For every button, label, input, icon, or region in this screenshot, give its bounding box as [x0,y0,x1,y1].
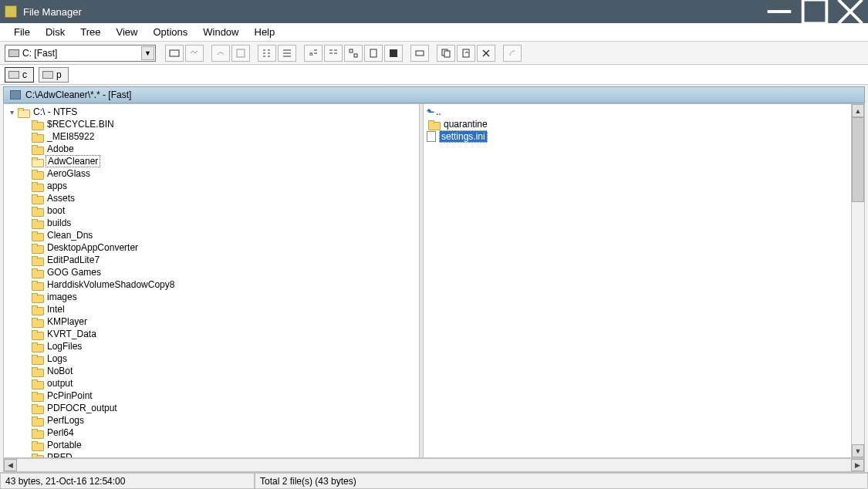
toolbar-btn-10[interactable] [364,45,383,62]
tree-item[interactable]: EditPadLite7 [4,254,419,266]
drive-tab-c[interactable]: c [5,67,34,83]
list-folder[interactable]: quarantine [427,118,848,130]
tree-item[interactable]: PDFOCR_output [4,402,419,414]
toolbar-btn-7[interactable]: a [304,45,323,62]
tree-item[interactable]: images [4,291,419,303]
tree-pane[interactable]: ▾C:\ - NTFS$RECYCLE.BIN_MEI85922AdobeAdw… [4,104,419,457]
svg-rect-1 [803,0,827,23]
scroll-up-icon[interactable]: ▲ [852,104,864,117]
tree-item[interactable]: Adobe [4,143,419,155]
tree-item-label: NoBot [46,366,74,376]
svg-rect-22 [350,49,353,52]
toolbar-btn-12[interactable] [410,45,429,62]
tree-item-label: builds [46,218,73,228]
toolbar-move-button[interactable] [457,45,475,62]
toolbar-btn-2[interactable] [185,45,204,62]
scroll-left-icon[interactable]: ◀ [4,459,17,471]
menu-disk[interactable]: Disk [38,25,73,39]
tree-item-label: GOG Games [46,267,103,278]
toolbar-btn-9[interactable] [344,45,363,62]
scroll-down-icon[interactable]: ▼ [852,444,864,457]
tree-root[interactable]: ▾C:\ - NTFS [4,106,419,118]
tree-item-label: Perl64 [46,427,76,438]
menu-window[interactable]: Window [195,25,246,39]
tree-item-label: Portable [46,440,83,450]
tree-item[interactable]: DesktopAppConverter [4,241,419,254]
menu-help[interactable]: Help [247,25,283,39]
toolbar-btn-last[interactable] [503,45,522,62]
menu-view[interactable]: View [108,25,145,39]
list-pane[interactable]: ⬑..quarantinesettings.ini [424,104,851,457]
list-updir[interactable]: ⬑.. [427,106,848,118]
folder-icon [32,355,42,363]
tree-item[interactable]: PRFD [4,451,419,457]
tree-item-label: LogFiles [46,341,83,352]
tree-item[interactable]: boot [4,204,419,217]
menu-file[interactable]: File [6,25,38,39]
folder-icon [32,367,42,376]
toolbar-btn-8[interactable] [324,45,343,62]
folder-icon [32,145,42,153]
tree-item[interactable]: Intel [4,303,419,315]
tree-item[interactable]: Assets [4,192,419,204]
list-file[interactable]: settings.ini [427,130,848,143]
menu-tree[interactable]: Tree [73,25,108,39]
toolbar-copy-button[interactable] [437,45,455,62]
toolbar-btn-5[interactable] [258,45,276,62]
toolbar-btn-4[interactable] [231,45,250,62]
toolbar-btn-3[interactable] [211,45,230,62]
scroll-thumb[interactable] [852,117,864,202]
drive-tab-p[interactable]: p [39,67,69,83]
tree-item[interactable]: Perl64 [4,427,419,439]
drive-combo[interactable]: C: [Fast] ▼ [5,45,156,62]
file-icon [427,131,436,142]
tree-item[interactable]: apps [4,180,419,192]
tree-item[interactable]: _MEI85922 [4,130,419,143]
tree-item[interactable]: Clean_Dns [4,229,419,241]
maximize-button[interactable] [797,0,833,23]
folder-icon [32,170,42,178]
tree-item[interactable]: AeroGlass [4,167,419,180]
tree-item[interactable]: $RECYCLE.BIN [4,118,419,130]
tree-item-label: output [46,378,74,389]
tree-item[interactable]: GOG Games [4,266,419,278]
toolbar-delete-button[interactable] [477,45,495,62]
folder-icon [32,404,42,413]
svg-rect-24 [370,49,377,57]
tree-item[interactable]: PerfLogs [4,414,419,427]
folder-icon [32,330,42,339]
tree-item[interactable]: Logs [4,352,419,365]
combo-arrow-icon[interactable]: ▼ [141,46,154,60]
toolbar-btn-11[interactable] [384,45,403,62]
folder-icon [32,244,42,252]
folder-icon [32,268,42,277]
tree-item[interactable]: AdwCleaner [4,155,419,167]
toolbar-btn-1[interactable] [165,45,184,62]
tree-item[interactable]: KVRT_Data [4,328,419,340]
tree-item[interactable]: HarddiskVolumeShadowCopy8 [4,278,419,291]
toolbar-btn-6[interactable] [278,45,296,62]
tree-item[interactable]: KMPlayer [4,315,419,328]
tree-item[interactable]: output [4,377,419,390]
tree-item[interactable]: LogFiles [4,340,419,352]
updir-icon: ⬑ [427,106,434,117]
menu-options[interactable]: Options [145,25,195,39]
titlebar: File Manager [0,0,868,23]
tree-item[interactable]: NoBot [4,365,419,377]
svg-rect-26 [416,51,424,56]
minimize-button[interactable] [762,0,797,23]
close-button[interactable] [833,0,868,23]
tree-item[interactable]: builds [4,217,419,229]
vertical-scrollbar[interactable]: ▲ ▼ [851,104,864,457]
folder-icon [32,305,42,314]
tree-item[interactable]: Portable [4,439,419,451]
collapse-icon[interactable]: ▾ [7,108,16,116]
tree-item[interactable]: PcPinPoint [4,390,419,402]
horizontal-scrollbar[interactable]: ◀ ▶ [3,458,865,472]
tree-item-label: $RECYCLE.BIN [46,119,116,130]
folder-icon [32,194,42,203]
folder-icon [32,342,42,351]
path-bar[interactable]: C:\AdwCleaner\*.* - [Fast] [3,86,865,103]
app-icon [5,5,17,18]
scroll-right-icon[interactable]: ▶ [851,459,864,471]
